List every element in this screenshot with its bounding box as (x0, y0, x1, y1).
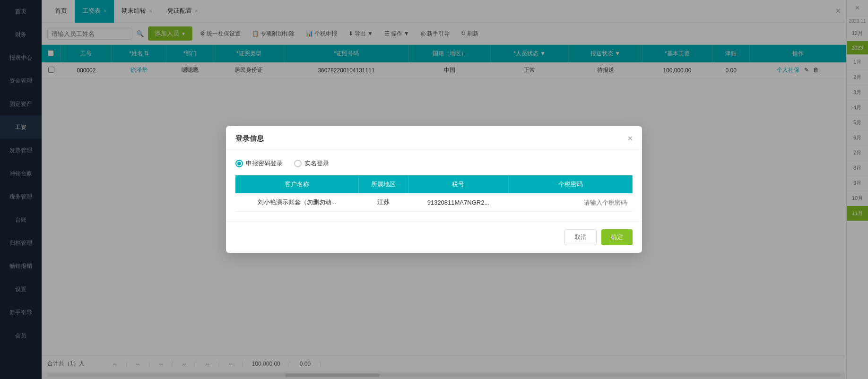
radio-realname-circle (294, 160, 302, 167)
inner-row-tax-id: 91320811MA7NGR2... (408, 193, 508, 212)
login-method-group: 申报密码登录 实名登录 (235, 159, 633, 168)
inner-row-tax-password[interactable] (509, 193, 633, 212)
dialog-title: 登录信息 (235, 134, 264, 143)
dialog-close-button[interactable]: × (627, 134, 633, 144)
radio-realname-label: 实名登录 (304, 159, 329, 168)
radio-password-login[interactable]: 申报密码登录 (235, 159, 283, 168)
cancel-button[interactable]: 取消 (564, 229, 597, 245)
inner-table-header-client-name: 客户名称 (235, 175, 358, 193)
inner-table-row: 刘小艳演示账套（勿删勿动... 江苏 91320811MA7NGR2... (235, 193, 633, 212)
inner-table-header-tax-password: 个税密码 (509, 175, 633, 193)
modal-overlay: 登录信息 × 申报密码登录 实名登录 (0, 0, 868, 379)
inner-row-client-name: 刘小艳演示账套（勿删勿动... (235, 193, 358, 212)
dialog-footer: 取消 确定 (226, 221, 642, 253)
confirm-button[interactable]: 确定 (601, 229, 633, 245)
dialog-body: 申报密码登录 实名登录 客户名称 所属地区 税号 个税密码 (226, 150, 642, 221)
radio-password-circle (235, 160, 243, 167)
inner-row-region: 江苏 (358, 193, 408, 212)
login-dialog: 登录信息 × 申报密码登录 实名登录 (226, 126, 642, 253)
inner-table-header-region: 所属地区 (358, 175, 408, 193)
dialog-header: 登录信息 × (226, 126, 642, 150)
radio-password-label: 申报密码登录 (246, 159, 283, 168)
inner-table-header-tax-id: 税号 (408, 175, 508, 193)
tax-password-input[interactable] (514, 199, 627, 206)
radio-realname-login[interactable]: 实名登录 (294, 159, 329, 168)
login-info-table: 客户名称 所属地区 税号 个税密码 刘小艳演示账套（勿删勿动... 江苏 913… (235, 175, 633, 212)
